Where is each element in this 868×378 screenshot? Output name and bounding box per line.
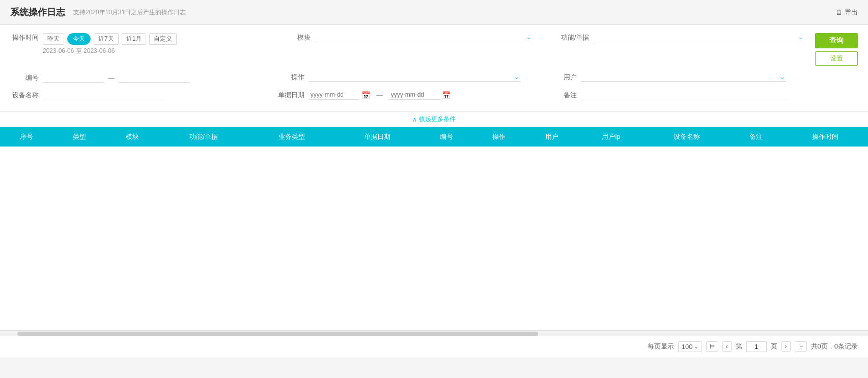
number-dash: — (108, 74, 115, 82)
module-group: 模块 ⌄ (282, 33, 534, 42)
prev-page-button[interactable]: ‹ (722, 341, 732, 352)
operation-chevron-icon: ⌄ (514, 74, 519, 80)
operation-label: 操作 (276, 73, 304, 82)
filter-row-3: 设备名称 单据日期 📅 — 📅 备注 (10, 90, 858, 100)
collapse-label: 收起更多条件 (419, 115, 456, 124)
action-buttons: 查询 设置 (815, 33, 858, 66)
user-chevron-icon: ⌄ (780, 74, 785, 80)
page-size-label: 每页显示 (648, 342, 674, 351)
calendar-start-icon[interactable]: 📅 (361, 91, 370, 99)
filter-panel: 操作时间 昨天 今天 近7天 近1月 自定义 2023-06-06 至 2023… (0, 25, 868, 112)
calendar-end-icon[interactable]: 📅 (442, 91, 451, 99)
col-user-ip: 用户ip (578, 127, 644, 147)
number-input-group: — (43, 73, 256, 83)
col-function: 功能/单据 (158, 127, 248, 147)
table-header-row: 序号 类型 模块 功能/单据 业务类型 单据日期 编号 操作 用户 用户ip 设… (0, 127, 868, 147)
remark-label: 备注 (541, 91, 577, 100)
user-select[interactable]: ⌄ (581, 73, 787, 82)
export-button[interactable]: 🗎 导出 (835, 8, 858, 17)
number-label: 编号 (10, 73, 39, 82)
col-remark: 备注 (730, 127, 782, 147)
page-size-value: 100 (682, 343, 693, 351)
date-dash: — (376, 91, 383, 99)
horizontal-scrollbar[interactable] (0, 330, 868, 336)
col-type: 类型 (53, 127, 106, 147)
col-device-name: 设备名称 (644, 127, 730, 147)
module-chevron-icon: ⌄ (526, 34, 531, 41)
document-date-end[interactable] (389, 90, 440, 100)
empty-row (0, 147, 868, 330)
export-icon: 🗎 (835, 8, 843, 16)
document-date-label: 单据日期 (276, 91, 304, 100)
last-page-button[interactable]: ⊩ (795, 341, 807, 352)
document-date-group: 单据日期 📅 — 📅 (276, 90, 521, 100)
page-subtitle: 支持2020年10月31日之后产生的操作日志 (73, 8, 186, 17)
export-label: 导出 (845, 8, 858, 17)
function-chevron-icon: ⌄ (798, 34, 803, 41)
total-info: 共0页，0条记录 (811, 342, 858, 351)
operation-select[interactable]: ⌄ (309, 73, 521, 82)
table-header: 序号 类型 模块 功能/单据 业务类型 单据日期 编号 操作 用户 用户ip 设… (0, 127, 868, 147)
number-input-start[interactable] (43, 73, 104, 83)
page-size-arrow: ⌄ (694, 343, 698, 350)
device-name-label: 设备名称 (10, 91, 39, 100)
operation-time-label: 操作时间 (10, 33, 39, 42)
remark-group: 备注 (541, 90, 787, 100)
filter-row-2: 编号 — 操作 ⌄ 用户 ⌄ (10, 73, 858, 83)
operation-time-group: 操作时间 昨天 今天 近7天 近1月 自定义 2023-06-06 至 2023… (10, 33, 262, 55)
function-group: 功能/单据 ⌄ (553, 33, 805, 42)
table-body (0, 147, 868, 330)
function-label: 功能/单据 (553, 33, 589, 42)
number-input-end[interactable] (119, 73, 190, 83)
function-select[interactable]: ⌄ (593, 33, 805, 42)
user-group: 用户 ⌄ (541, 73, 787, 82)
col-seq: 序号 (0, 127, 53, 147)
time-buttons: 昨天 今天 近7天 近1月 自定义 (43, 33, 177, 45)
page-header: 系统操作日志 支持2020年10月31日之后产生的操作日志 🗎 导出 (0, 0, 868, 25)
page-number-input[interactable] (746, 341, 767, 352)
col-doc-date: 单据日期 (334, 127, 420, 147)
current-page-label: 第 (736, 342, 742, 351)
data-table: 序号 类型 模块 功能/单据 业务类型 单据日期 编号 操作 用户 用户ip 设… (0, 127, 868, 330)
module-label: 模块 (282, 33, 311, 42)
query-button[interactable]: 查询 (815, 33, 858, 48)
time-btn-1month[interactable]: 近1月 (122, 33, 147, 45)
remark-input[interactable] (581, 90, 787, 100)
time-btn-today[interactable]: 今天 (67, 33, 91, 45)
col-module: 模块 (106, 127, 159, 147)
page-size-select[interactable]: 100 ⌄ (678, 341, 702, 352)
operation-group: 操作 ⌄ (276, 73, 521, 82)
filter-row-1: 操作时间 昨天 今天 近7天 近1月 自定义 2023-06-06 至 2023… (10, 33, 858, 66)
collapse-chevron-icon: ∧ (412, 116, 417, 123)
next-page-button[interactable]: › (781, 341, 791, 352)
time-btn-yesterday[interactable]: 昨天 (43, 33, 64, 45)
first-page-button[interactable]: ⊨ (706, 341, 718, 352)
collapse-bar[interactable]: ∧ 收起更多条件 (0, 112, 868, 127)
user-label: 用户 (541, 73, 577, 82)
settings-button[interactable]: 设置 (815, 51, 858, 66)
number-group: 编号 — (10, 73, 256, 83)
time-btn-custom[interactable]: 自定义 (149, 33, 177, 45)
page-unit: 页 (771, 342, 777, 351)
time-btn-7days[interactable]: 近7天 (94, 33, 119, 45)
document-date-start[interactable] (309, 90, 359, 100)
device-name-group: 设备名称 (10, 90, 256, 100)
date-range-display: 2023-06-06 至 2023-06-06 (43, 47, 177, 55)
time-filter-wrap: 昨天 今天 近7天 近1月 自定义 2023-06-06 至 2023-06-0… (43, 33, 177, 55)
col-number: 编号 (420, 127, 473, 147)
col-biz-type: 业务类型 (248, 127, 334, 147)
device-name-input[interactable] (43, 90, 165, 100)
scrollbar-thumb[interactable] (17, 332, 538, 336)
module-select[interactable]: ⌄ (315, 33, 534, 42)
col-operation: 操作 (472, 127, 525, 147)
pagination-bar: 每页显示 100 ⌄ ⊨ ‹ 第 页 › ⊩ 共0页，0条记录 (0, 336, 868, 357)
page-title: 系统操作日志 (10, 6, 65, 18)
col-op-time: 操作时间 (782, 127, 868, 147)
document-date-inputs: 📅 — 📅 (309, 90, 521, 100)
empty-area (0, 147, 868, 330)
col-user: 用户 (525, 127, 578, 147)
table-container: 序号 类型 模块 功能/单据 业务类型 单据日期 编号 操作 用户 用户ip 设… (0, 127, 868, 330)
